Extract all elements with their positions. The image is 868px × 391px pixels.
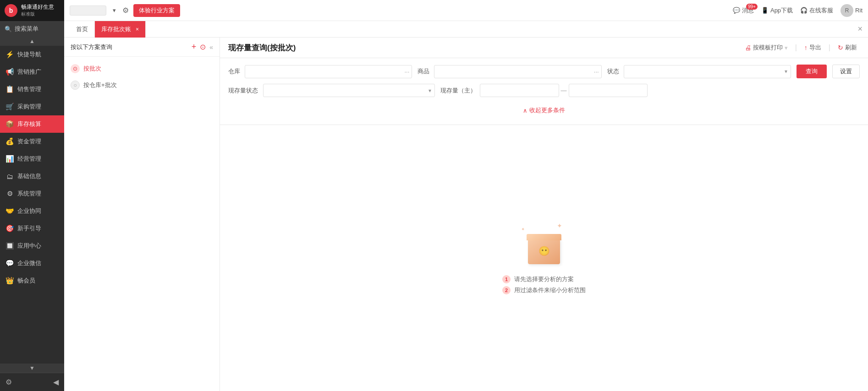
sidebar-footer: ⚙ ◀ bbox=[0, 373, 64, 391]
operations-icon: 📊 bbox=[5, 155, 14, 163]
status-select[interactable] bbox=[624, 65, 791, 78]
phone-icon: 📱 bbox=[761, 7, 769, 14]
app-title: 畅康通好生意 bbox=[21, 4, 54, 11]
product-more-button[interactable]: ··· bbox=[594, 68, 599, 75]
scheme-item-by-warehouse-batch[interactable]: ○ 按仓库+批次 bbox=[64, 77, 220, 93]
stock-qty-min-input[interactable] bbox=[480, 84, 559, 97]
sidebar-item-wechat[interactable]: 💬 企业微信 bbox=[0, 255, 64, 272]
breadcrumb-input[interactable] bbox=[70, 5, 106, 16]
empty-state: 😶 ✦ ✦ 1 请先选择要分析的方案 bbox=[502, 222, 586, 294]
tab-inventory-batch[interactable]: 库存批次账 × bbox=[95, 21, 146, 38]
tab-close-button[interactable]: × bbox=[136, 26, 139, 33]
headset-icon: 🎧 bbox=[800, 7, 808, 14]
product-filter: 商品 ··· bbox=[418, 65, 601, 78]
tab-home[interactable]: 首页 bbox=[70, 21, 95, 38]
settings-button[interactable]: 设置 bbox=[832, 65, 860, 78]
sidebar-header: b 畅康通好生意 标准版 bbox=[0, 0, 64, 21]
topbar-gear-button[interactable]: ⚙ bbox=[122, 6, 129, 15]
stock-status-select-wrap: ▾ bbox=[263, 84, 435, 97]
add-scheme-button[interactable]: + bbox=[192, 42, 197, 52]
refresh-button[interactable]: ↻ 刷新 bbox=[835, 42, 860, 53]
sidebar: b 畅康通好生意 标准版 🔍 搜索菜单 ▲ ⚡ 快捷导航 📢 营销推广 📋 销售… bbox=[0, 0, 64, 391]
collapse-row[interactable]: ∧ 收起更多条件 bbox=[228, 103, 860, 118]
filter-area: 仓库 ··· 商品 ··· 状态 bbox=[220, 58, 868, 125]
left-panel: 按以下方案查询 + ⊙ « ⊙ 按批次 ○ 按仓库+批次 bbox=[64, 38, 220, 391]
status-select-wrap: ▾ bbox=[624, 65, 791, 78]
member-icon: 👑 bbox=[5, 277, 14, 285]
main-area: ▾ ⚙ 体验行业方案 💬 消息 99+ 📱 App下载 🎧 在线客服 R bbox=[64, 0, 868, 391]
sidebar-item-enterprise[interactable]: 🤝 企业协同 bbox=[0, 202, 64, 220]
page-actions: 🖨 按模板打印 ▾ | ↑ 导出 | ↻ 刷新 bbox=[742, 42, 860, 53]
guide-icon: 🎯 bbox=[5, 224, 14, 233]
tip-number-2: 2 bbox=[502, 286, 511, 294]
system-icon: ⚙ bbox=[5, 190, 14, 198]
sidebar-item-marketing[interactable]: 📢 营销推广 bbox=[0, 63, 64, 81]
footer-settings-icon[interactable]: ⚙ bbox=[5, 378, 12, 386]
topbar: ▾ ⚙ 体验行业方案 💬 消息 99+ 📱 App下载 🎧 在线客服 R bbox=[64, 0, 868, 21]
product-input[interactable] bbox=[434, 65, 601, 78]
sidebar-item-quick-nav[interactable]: ⚡ 快捷导航 bbox=[0, 46, 64, 63]
stock-qty-dash: — bbox=[559, 87, 569, 94]
stock-qty-max-input[interactable] bbox=[569, 84, 648, 97]
filter-row-2: 现存量状态 ▾ 现存量（主） — bbox=[228, 84, 860, 97]
sidebar-item-member[interactable]: 👑 畅会员 bbox=[0, 272, 64, 289]
export-button[interactable]: ↑ 导出 bbox=[802, 42, 824, 53]
left-panel-header: 按以下方案查询 + ⊙ « bbox=[64, 38, 220, 57]
sidebar-item-apps[interactable]: 🔲 应用中心 bbox=[0, 237, 64, 255]
product-label: 商品 bbox=[418, 67, 431, 76]
stock-status-label: 现存量状态 bbox=[228, 87, 260, 95]
scheme-item-by-batch[interactable]: ⊙ 按批次 bbox=[64, 60, 220, 77]
sidebar-item-inventory[interactable]: 📦 库存核算 bbox=[0, 115, 64, 133]
scheme-icon-by-batch: ⊙ bbox=[71, 64, 80, 73]
experience-button[interactable]: 体验行业方案 bbox=[133, 4, 180, 17]
stock-status-filter: 现存量状态 ▾ bbox=[228, 84, 435, 97]
customer-service-action[interactable]: 🎧 在线客服 bbox=[800, 6, 833, 15]
collapse-icon: ∧ bbox=[523, 107, 527, 114]
stock-qty-label: 现存量（主） bbox=[440, 87, 477, 95]
page-header: 现存量查询(按批次) 🖨 按模板打印 ▾ | ↑ 导出 | ↻ bbox=[220, 38, 868, 58]
app-subtitle: 标准版 bbox=[21, 11, 54, 17]
app-download-action[interactable]: 📱 App下载 bbox=[761, 6, 793, 15]
warehouse-input[interactable] bbox=[245, 65, 412, 78]
topbar-right: 💬 消息 99+ 📱 App下载 🎧 在线客服 R Rit bbox=[733, 4, 863, 17]
sidebar-item-finance[interactable]: 💰 资金管理 bbox=[0, 133, 64, 150]
sidebar-item-guide[interactable]: 🎯 新手引导 bbox=[0, 220, 64, 237]
status-filter: 状态 ▾ bbox=[607, 65, 791, 78]
username-label: Rit bbox=[855, 7, 863, 14]
dropdown-button[interactable]: ▾ bbox=[111, 7, 118, 14]
sales-icon: 📋 bbox=[5, 85, 14, 93]
sidebar-nav: ⚡ 快捷导航 📢 营销推广 📋 销售管理 🛒 采购管理 📦 库存核算 💰 资金管… bbox=[0, 46, 64, 364]
messages-action[interactable]: 💬 消息 99+ bbox=[733, 6, 754, 15]
app-logo: b bbox=[5, 4, 17, 17]
sidebar-item-system[interactable]: ⚙ 系统管理 bbox=[0, 185, 64, 202]
sidebar-scroll-down[interactable]: ▼ bbox=[0, 364, 64, 373]
scheme-list: ⊙ 按批次 ○ 按仓库+批次 bbox=[64, 57, 220, 97]
query-button[interactable]: 查询 bbox=[797, 65, 827, 78]
wechat-icon: 💬 bbox=[5, 259, 14, 267]
empty-illustration: 😶 ✦ ✦ bbox=[521, 222, 567, 268]
export-icon: ↑ bbox=[804, 44, 808, 51]
sidebar-scroll-up[interactable]: ▲ bbox=[0, 37, 64, 46]
sidebar-item-basic[interactable]: 🗂 基础信息 bbox=[0, 168, 64, 185]
stock-status-select[interactable] bbox=[263, 84, 435, 97]
print-icon: 🖨 bbox=[745, 44, 751, 51]
filter-row-1: 仓库 ··· 商品 ··· 状态 bbox=[228, 65, 860, 78]
scheme-settings-button[interactable]: ⊙ bbox=[200, 43, 206, 51]
footer-collapse-icon[interactable]: ◀ bbox=[53, 378, 59, 386]
sidebar-item-purchase[interactable]: 🛒 采购管理 bbox=[0, 98, 64, 115]
stock-qty-filter: 现存量（主） — bbox=[440, 84, 647, 97]
tabs-bar: 首页 库存批次账 × × bbox=[64, 21, 868, 38]
warehouse-more-button[interactable]: ··· bbox=[404, 68, 409, 75]
user-profile-action[interactable]: R Rit bbox=[841, 4, 863, 17]
sidebar-search[interactable]: 🔍 搜索菜单 bbox=[0, 21, 64, 37]
message-icon: 💬 bbox=[733, 7, 740, 14]
empty-tips: 1 请先选择要分析的方案 2 用过滤条件来缩小分析范围 bbox=[502, 275, 586, 294]
close-all-button[interactable]: × bbox=[857, 24, 863, 34]
collapse-left-button[interactable]: « bbox=[209, 43, 213, 51]
refresh-icon: ↻ bbox=[838, 44, 843, 51]
empty-tip-1: 1 请先选择要分析的方案 bbox=[502, 275, 586, 283]
sidebar-item-operations[interactable]: 📊 经营管理 bbox=[0, 150, 64, 168]
print-button[interactable]: 🖨 按模板打印 ▾ bbox=[742, 42, 791, 53]
sidebar-item-sales[interactable]: 📋 销售管理 bbox=[0, 81, 64, 98]
print-dropdown-icon[interactable]: ▾ bbox=[785, 44, 788, 51]
